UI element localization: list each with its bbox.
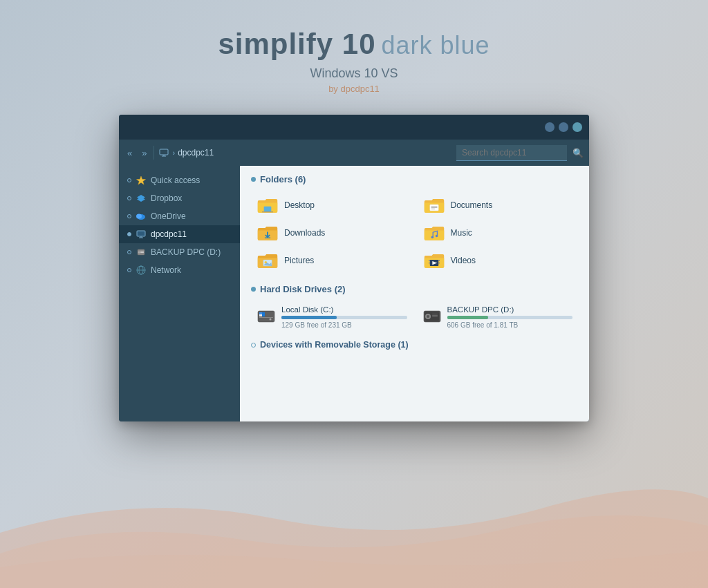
svg-rect-13 bbox=[140, 251, 144, 252]
drives-section-header: Hard Disk Drives (2) bbox=[251, 284, 578, 294]
back-arrow[interactable]: « bbox=[124, 146, 135, 160]
nav-separator bbox=[153, 146, 154, 160]
drive-d-icon bbox=[422, 307, 442, 326]
drive-d-info: BACKUP DPC (D:) 606 GB free of 1.81 TB bbox=[447, 305, 573, 329]
removable-section: Devices with Removable Storage (1) bbox=[251, 340, 578, 350]
drive-c-free: 129 GB free of 231 GB bbox=[281, 321, 407, 329]
folder-music-icon bbox=[423, 224, 445, 242]
svg-point-44 bbox=[427, 315, 429, 318]
svg-rect-18 bbox=[264, 207, 272, 211]
folder-downloads-icon bbox=[257, 224, 279, 242]
backup-drive-icon bbox=[136, 247, 147, 258]
sidebar-bullet bbox=[127, 178, 131, 182]
removable-section-dot bbox=[251, 343, 256, 348]
file-panel: Folders (6) Desktop bbox=[240, 166, 589, 421]
subtitle: Windows 10 VS bbox=[218, 66, 490, 81]
title-bar bbox=[119, 115, 589, 140]
svg-rect-31 bbox=[429, 260, 430, 261]
title-light: dark blue bbox=[382, 31, 490, 59]
sidebar-bullet bbox=[127, 214, 131, 218]
drive-d-free: 606 GB free of 1.81 TB bbox=[447, 321, 573, 329]
sidebar-item-dpcdpc11[interactable]: dpcdpc11 bbox=[119, 225, 240, 243]
folder-documents-icon bbox=[423, 196, 445, 214]
sidebar-label-dpcdpc11: dpcdpc11 bbox=[151, 229, 187, 239]
maximize-button[interactable] bbox=[559, 122, 568, 132]
main-title: simplify 10dark blue bbox=[218, 28, 490, 61]
drive-c-name: Local Disk (C:) bbox=[281, 305, 407, 314]
navigation-bar: « » › dpcdpc11 🔍 bbox=[119, 140, 589, 166]
folders-section-header: Folders (6) bbox=[251, 174, 578, 184]
network-icon bbox=[136, 265, 147, 276]
drive-c-info: Local Disk (C:) 129 GB free of 231 GB bbox=[281, 305, 407, 329]
sidebar-item-quick-access[interactable]: Quick access bbox=[119, 171, 240, 189]
breadcrumb-text: dpcdpc11 bbox=[178, 148, 214, 158]
folder-music[interactable]: Music bbox=[418, 220, 579, 245]
forward-arrow[interactable]: » bbox=[139, 146, 149, 160]
svg-rect-47 bbox=[432, 316, 438, 317]
drive-d-bar-fill bbox=[447, 316, 489, 319]
sidebar-label-quick-access: Quick access bbox=[151, 176, 200, 185]
close-button[interactable] bbox=[572, 122, 582, 132]
sidebar-bullet-active bbox=[127, 232, 131, 236]
folder-videos[interactable]: Videos bbox=[418, 248, 579, 273]
removable-header-text: Devices with Removable Storage (1) bbox=[260, 340, 409, 350]
sidebar-item-dropbox[interactable]: Dropbox bbox=[119, 189, 240, 207]
svg-rect-34 bbox=[438, 263, 440, 264]
minimize-button[interactable] bbox=[545, 122, 555, 132]
drive-backup-d[interactable]: BACKUP DPC (D:) 606 GB free of 1.81 TB bbox=[417, 303, 579, 332]
sidebar-item-network[interactable]: Network bbox=[119, 261, 240, 279]
computer-sidebar-icon bbox=[136, 229, 147, 240]
folder-pictures-icon bbox=[257, 252, 279, 269]
svg-point-7 bbox=[136, 214, 142, 219]
folders-grid: Desktop Documents bbox=[251, 193, 578, 273]
folder-pictures[interactable]: Pictures bbox=[251, 248, 412, 273]
folder-desktop[interactable]: Desktop bbox=[251, 193, 412, 218]
sidebar-bullet bbox=[127, 196, 131, 200]
svg-rect-37 bbox=[259, 312, 262, 314]
sidebar-label-onedrive: OneDrive bbox=[151, 211, 186, 221]
folder-documents-label: Documents bbox=[451, 200, 493, 210]
svg-point-12 bbox=[138, 252, 140, 254]
folder-videos-label: Videos bbox=[451, 256, 476, 265]
dropbox-icon bbox=[136, 193, 147, 204]
folder-downloads[interactable]: Downloads bbox=[251, 220, 412, 245]
onedrive-icon bbox=[136, 211, 147, 222]
drive-local-c[interactable]: Local Disk (C:) 129 GB free of 231 GB bbox=[251, 303, 413, 332]
drive-c-bar-bg bbox=[281, 316, 407, 319]
breadcrumb-area: › dpcdpc11 bbox=[158, 147, 452, 158]
byline: by dpcdpc11 bbox=[218, 84, 490, 94]
sidebar-item-onedrive[interactable]: OneDrive bbox=[119, 207, 240, 225]
svg-rect-38 bbox=[259, 314, 262, 316]
svg-point-25 bbox=[431, 236, 434, 238]
drive-c-icon bbox=[257, 307, 276, 326]
svg-rect-46 bbox=[432, 315, 438, 316]
sidebar-label-dropbox: Dropbox bbox=[151, 193, 182, 203]
quick-access-icon bbox=[136, 175, 147, 186]
header-area: simplify 10dark blue Windows 10 VS by dp… bbox=[218, 28, 490, 94]
folder-documents[interactable]: Documents bbox=[418, 193, 579, 218]
drive-d-bar-bg bbox=[447, 316, 573, 319]
sidebar: Quick access Dropbox OneDrive bbox=[119, 166, 240, 421]
search-input[interactable] bbox=[456, 145, 567, 161]
folder-downloads-label: Downloads bbox=[284, 228, 325, 238]
sidebar-bullet bbox=[127, 250, 131, 254]
drive-items-grid: Local Disk (C:) 129 GB free of 231 GB bbox=[251, 303, 578, 332]
title-bold: simplify 10 bbox=[218, 28, 375, 60]
drive-c-bar-fill bbox=[281, 316, 337, 319]
svg-point-26 bbox=[435, 235, 438, 238]
folders-header-text: Folders (6) bbox=[260, 174, 306, 184]
svg-rect-14 bbox=[140, 252, 144, 253]
computer-icon bbox=[158, 147, 169, 158]
sidebar-item-backup[interactable]: BACKUP DPC (D:) bbox=[119, 243, 240, 261]
folder-music-label: Music bbox=[451, 228, 472, 238]
main-content: Quick access Dropbox OneDrive bbox=[119, 166, 589, 421]
svg-rect-0 bbox=[160, 149, 168, 155]
svg-rect-33 bbox=[438, 260, 440, 261]
sidebar-label-backup: BACKUP DPC (D:) bbox=[151, 247, 221, 257]
drives-section-dot bbox=[251, 287, 256, 292]
svg-rect-45 bbox=[432, 314, 438, 314]
folder-desktop-label: Desktop bbox=[284, 200, 315, 210]
sidebar-bullet bbox=[127, 268, 131, 272]
drive-d-name: BACKUP DPC (D:) bbox=[447, 305, 573, 314]
folder-desktop-icon bbox=[257, 196, 279, 214]
